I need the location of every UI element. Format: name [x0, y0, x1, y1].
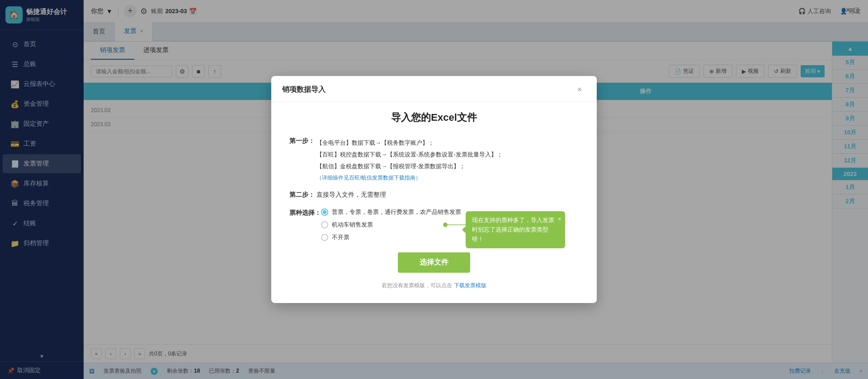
step1-guide-link[interactable]: （详细操作见百旺/航信发票数据下载指南）: [316, 175, 421, 181]
radio-general-circle: [321, 208, 328, 216]
modal-footer: 若您没有发票模版，可以点击 下载发票模版: [289, 282, 579, 289]
radio-vehicle[interactable]: 机动车销售发票 × 现在支持的票种多了，导入发票时别忘了选择正确的发票类型呀！: [321, 221, 461, 229]
step2-content: 直接导入文件，无需整理: [316, 191, 386, 199]
step1-line-1: 【全电平台】数据下载→【税务数字账户】；: [316, 137, 503, 149]
radio-no-ticket-circle: [321, 234, 328, 241]
radio-no-ticket-label: 不开票: [332, 233, 349, 242]
tooltip-text: 现在支持的票种多了，导入发票时别忘了选择正确的发票类型呀！: [472, 217, 554, 242]
modal-excel-title: 导入您的Excel文件: [289, 111, 579, 124]
radio-general-label: 普票，专票，卷票，通行费发票，农产品销售发票: [332, 208, 461, 216]
step1-line-3: 【航信】金税盘数据下载→【报税管理-发票数据导出】；: [316, 161, 503, 172]
step1-line-2: 【百旺】税控盘数据下载→【系统设置-系统参数设置-发票批量导入】；: [316, 149, 503, 161]
step2-label: 第二步：: [289, 191, 316, 199]
tooltip-dot: [443, 223, 448, 227]
tooltip-close-btn[interactable]: ×: [558, 214, 561, 224]
radio-vehicle-label: 机动车销售发票: [332, 221, 373, 229]
select-file-area: 选择文件: [289, 252, 579, 273]
modal-header: 销项数据导入 ×: [271, 76, 597, 102]
tooltip-bubble: × 现在支持的票种多了，导入发票时别忘了选择正确的发票类型呀！: [466, 211, 565, 248]
step2: 第二步： 直接导入文件，无需整理: [289, 191, 579, 199]
download-template-link[interactable]: 下载发票模版: [454, 282, 486, 289]
step1-label: 第一步：: [289, 137, 316, 182]
ticket-select-label: 票种选择：: [289, 208, 321, 242]
step1: 第一步： 【全电平台】数据下载→【税务数字账户】； 【百旺】税控盘数据下载→【系…: [289, 137, 579, 182]
radio-vehicle-circle: [321, 221, 328, 228]
modal-close-btn[interactable]: ×: [573, 83, 586, 96]
select-file-btn[interactable]: 选择文件: [398, 252, 470, 273]
modal-title: 销项数据导入: [282, 85, 326, 95]
modal-body: 导入您的Excel文件 第一步： 【全电平台】数据下载→【税务数字账户】； 【百…: [271, 102, 597, 303]
step1-link-area: （详细操作见百旺/航信发票数据下载指南）: [316, 174, 503, 182]
ticket-select-row: 票种选择： 普票，专票，卷票，通行费发票，农产品销售发票 机动车销售发票: [289, 208, 579, 242]
modal-overlay: 销项数据导入 × 导入您的Excel文件 第一步： 【全电平台】数据下载→【税务…: [0, 0, 868, 379]
modal: 销项数据导入 × 导入您的Excel文件 第一步： 【全电平台】数据下载→【税务…: [271, 76, 597, 303]
radio-group: 普票，专票，卷票，通行费发票，农产品销售发票 机动车销售发票: [321, 208, 461, 242]
radio-no-ticket[interactable]: 不开票: [321, 233, 461, 242]
step1-content: 【全电平台】数据下载→【税务数字账户】； 【百旺】税控盘数据下载→【系统设置-系…: [316, 137, 503, 182]
radio-general[interactable]: 普票，专票，卷票，通行费发票，农产品销售发票: [321, 208, 461, 216]
